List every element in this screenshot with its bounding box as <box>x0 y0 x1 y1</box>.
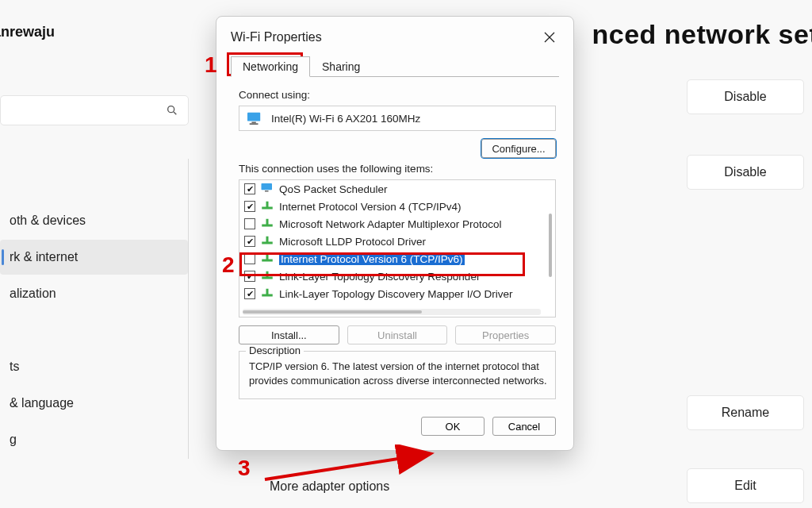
svg-rect-6 <box>250 123 259 125</box>
protocol-item[interactable]: Link-Layer Topology Discovery Mapper I/O… <box>239 285 544 302</box>
close-icon <box>544 32 555 43</box>
protocol-item[interactable]: Internet Protocol Version 4 (TCP/IPv4) <box>239 198 544 215</box>
svg-rect-14 <box>266 236 269 242</box>
adapter-field[interactable]: Intel(R) Wi-Fi 6 AX201 160MHz <box>239 106 556 131</box>
horizontal-scrollbar[interactable] <box>243 309 541 315</box>
search-icon <box>166 104 178 117</box>
close-button[interactable] <box>537 26 562 48</box>
edit-button[interactable]: Edit <box>687 468 804 503</box>
protocol-label: Link-Layer Topology Discovery Responder <box>279 271 480 283</box>
account-name: diq Olanrewaju <box>0 24 55 40</box>
sidebar-item[interactable] <box>0 313 188 348</box>
uninstall-button: Uninstall <box>347 325 448 344</box>
svg-point-0 <box>168 106 174 113</box>
protocol-item[interactable]: Microsoft Network Adapter Multiplexor Pr… <box>239 215 544 233</box>
protocol-icon <box>260 287 274 302</box>
dialog-tabs: NetworkingSharing <box>216 50 573 77</box>
protocol-icon <box>260 217 274 232</box>
svg-rect-18 <box>266 271 269 277</box>
configure-button[interactable]: Configure... <box>481 139 556 158</box>
more-adapter-options-label: More adapter options <box>270 479 389 494</box>
protocol-icon <box>260 269 274 284</box>
svg-line-1 <box>174 112 176 114</box>
adapter-name: Intel(R) Wi-Fi 6 AX201 160MHz <box>271 113 420 125</box>
protocol-label: QoS Packet Scheduler <box>279 183 388 195</box>
protocol-icon <box>260 199 274 214</box>
protocol-label: Internet Protocol Version 4 (TCP/IPv4) <box>279 201 462 213</box>
install-button[interactable]: Install... <box>239 325 339 344</box>
vertical-scrollbar[interactable] <box>546 182 555 309</box>
protocol-checkbox[interactable] <box>244 218 255 229</box>
tab-networking[interactable]: Networking <box>231 56 310 77</box>
protocol-label: Microsoft LLDP Protocol Driver <box>279 236 426 248</box>
description-text: TCP/IP version 6. The latest version of … <box>249 360 547 387</box>
protocol-item[interactable]: QoS Packet Scheduler <box>239 180 544 198</box>
protocol-item[interactable]: Microsoft LLDP Protocol Driver <box>239 233 544 250</box>
sidebar-item[interactable] <box>0 167 188 202</box>
protocol-label: Microsoft Network Adapter Multiplexor Pr… <box>279 218 502 230</box>
dialog-title: Wi-Fi Properties <box>231 30 322 44</box>
svg-rect-12 <box>266 218 269 225</box>
svg-rect-10 <box>266 201 269 207</box>
adapter-icon <box>246 111 263 125</box>
disable-button[interactable]: Disable <box>687 79 804 114</box>
wifi-properties-dialog: Wi-Fi Properties NetworkingSharing Conne… <box>216 16 574 451</box>
svg-rect-5 <box>251 122 255 124</box>
protocol-label: Link-Layer Topology Discovery Mapper I/O… <box>279 288 513 300</box>
protocol-checkbox[interactable] <box>244 271 255 282</box>
svg-rect-7 <box>262 183 273 190</box>
sidebar-item[interactable]: g <box>0 422 188 457</box>
protocol-listbox[interactable]: QoS Packet SchedulerInternet Protocol Ve… <box>239 179 556 318</box>
description-group: Description TCP/IP version 6. The latest… <box>239 351 556 399</box>
dialog-titlebar: Wi-Fi Properties <box>216 17 573 50</box>
svg-rect-16 <box>266 253 269 260</box>
sidebar-item[interactable]: alization <box>0 276 188 311</box>
rename-button[interactable]: Rename <box>687 395 804 430</box>
protocol-label: Internet Protocol Version 6 (TCP/IPv6) <box>279 253 465 265</box>
disable-button[interactable]: Disable <box>687 155 804 190</box>
protocol-icon <box>260 234 274 249</box>
items-label: This connection uses the following items… <box>239 163 556 175</box>
settings-search-input[interactable] <box>0 95 189 125</box>
protocol-checkbox[interactable] <box>244 288 255 299</box>
sidebar-item[interactable]: & language <box>0 386 188 421</box>
protocol-checkbox[interactable] <box>244 183 255 194</box>
sidebar-item[interactable]: oth & devices <box>0 203 188 238</box>
protocol-item[interactable]: Internet Protocol Version 6 (TCP/IPv6) <box>239 250 544 267</box>
protocol-item[interactable]: Link-Layer Topology Discovery Responder <box>239 267 544 285</box>
protocol-checkbox[interactable] <box>244 236 255 247</box>
svg-rect-4 <box>247 113 260 121</box>
settings-nav: oth & devicesrk & internetalizationts& l… <box>0 159 189 459</box>
sidebar-item[interactable]: ts <box>0 349 188 384</box>
description-legend: Description <box>246 344 304 356</box>
protocol-icon <box>260 252 274 267</box>
protocol-icon <box>260 182 274 197</box>
properties-button: Properties <box>455 325 556 344</box>
protocol-checkbox[interactable] <box>244 201 255 212</box>
cancel-button[interactable]: Cancel <box>492 417 556 436</box>
svg-rect-8 <box>265 190 269 192</box>
sidebar-item[interactable]: rk & internet <box>0 240 188 275</box>
protocol-checkbox[interactable] <box>244 253 255 264</box>
svg-rect-20 <box>266 288 269 294</box>
page-title: nced network setti <box>592 19 812 50</box>
connect-using-label: Connect using: <box>239 89 556 101</box>
tab-sharing[interactable]: Sharing <box>310 56 372 77</box>
ok-button[interactable]: OK <box>421 417 485 436</box>
